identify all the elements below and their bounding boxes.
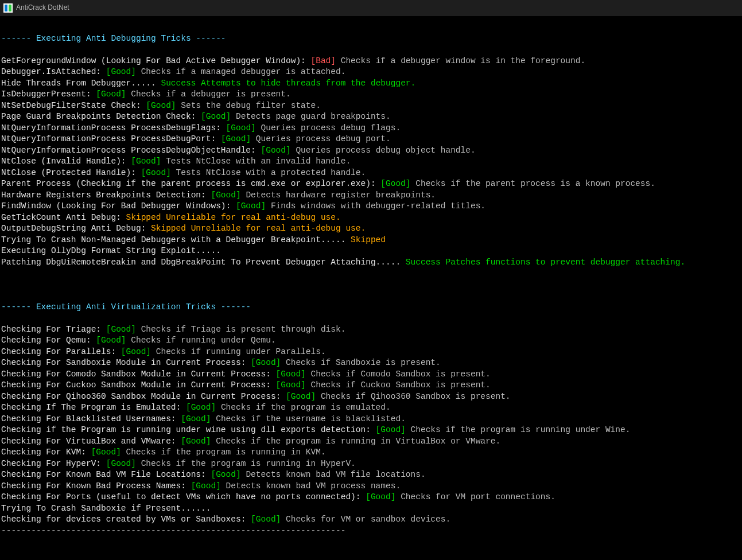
check-line: IsDebuggerPresent: [Good] Checks if a de…	[1, 89, 741, 100]
check-line: Checking For Cuckoo Sandbox Module in Cu…	[1, 380, 741, 391]
check-line: Checking For KVM: [Good] Checks if the p…	[1, 447, 741, 458]
check-label: Checking For VirtualBox and VMware:	[1, 437, 181, 446]
check-label: Checking If The Program is Emulated:	[1, 403, 186, 412]
check-label: Checking For Qemu:	[1, 336, 96, 345]
check-status: [Good]	[376, 425, 411, 434]
check-label: OutputDebugString Anti Debug:	[1, 224, 151, 233]
check-status: Success	[161, 79, 201, 88]
check-status: [Good]	[201, 112, 236, 121]
check-line: Patching DbgUiRemoteBreakin and DbgBreak…	[1, 257, 741, 269]
check-description: Detects known bad VM file locations.	[246, 470, 425, 479]
check-status: [Good]	[191, 481, 226, 491]
check-label: GetTickCount Anti Debug:	[1, 213, 126, 222]
check-label: Trying To Crash Non-Managed Debuggers wi…	[1, 235, 351, 244]
check-description: Checks for VM port connections.	[401, 492, 555, 501]
check-label: Checking if the Program is running under…	[1, 425, 376, 434]
check-line: Checking For Qemu: [Good] Checks if runn…	[1, 335, 741, 347]
check-status: [Good]	[226, 123, 261, 133]
check-description: Checks for VM or sandbox devices.	[286, 515, 450, 524]
check-description: Unreliable for real anti-debug use.	[191, 224, 366, 233]
check-status: [Good]	[276, 370, 311, 379]
check-status: [Good]	[121, 347, 156, 356]
check-description: Checks if Cuckoo Sandbox is present.	[311, 380, 491, 390]
check-description: Tests NtClose with an invalid handle.	[166, 157, 351, 166]
check-label: NtQueryInformationProcess ProcessDebugPo…	[1, 134, 221, 143]
check-line: Checking For Sandboxie Module in Current…	[1, 357, 741, 369]
check-label: FindWindow (Looking For Bad Debugger Win…	[1, 201, 236, 211]
check-status: [Good]	[106, 67, 141, 76]
empty-line	[1, 313, 741, 324]
check-label: Checking For Triage:	[1, 325, 106, 334]
check-description: Checks if Triage is present through disk…	[141, 325, 346, 334]
check-status: [Good]	[96, 336, 131, 345]
check-status: Skipped	[126, 213, 166, 222]
check-line: NtQueryInformationProcess ProcessDebugOb…	[1, 145, 741, 157]
check-status: [Good]	[96, 90, 131, 99]
check-label: Checking For Known Bad VM File Locations…	[1, 470, 211, 479]
check-status: [Good]	[380, 179, 415, 188]
check-label: NtSetDebugFilterState Check:	[1, 101, 146, 110]
check-description: Checks if Qihoo360 Sandbox is present.	[321, 392, 511, 401]
console-output: ------ Executing Anti Debugging Tricks -…	[0, 16, 742, 538]
check-description: Checks if running under Parallels.	[156, 347, 326, 356]
check-description: Attempts to hide threads from the debugg…	[201, 79, 415, 88]
check-description: Checks if a debugger window is in the fo…	[341, 56, 585, 65]
check-description: Checks if the program is running in KVM.	[126, 448, 326, 457]
empty-line	[1, 279, 741, 291]
section-header: ------ Executing Anti Debugging Tricks -…	[1, 33, 741, 45]
check-label: NtClose (Protected Handle):	[1, 168, 141, 177]
check-description: Detects known bad VM process names.	[226, 481, 401, 491]
check-line: Checking For HyperV: [Good] Checks if th…	[1, 458, 741, 470]
check-status: [Good]	[186, 403, 221, 412]
check-status: [Good]	[91, 448, 126, 457]
check-line: NtQueryInformationProcess ProcessDebugPo…	[1, 134, 741, 145]
check-line: NtQueryInformationProcess ProcessDebugFl…	[1, 123, 741, 134]
app-icon	[3, 3, 13, 13]
check-description: Checks if the program is running in Hype…	[141, 459, 356, 468]
check-description: Queries process debug object handle.	[296, 146, 475, 155]
check-label: Checking For Cuckoo Sandbox Module in Cu…	[1, 380, 276, 390]
check-description: Finds windows with debugger-related titl…	[271, 201, 485, 211]
check-description: Tests NtClose with a protected handle.	[176, 168, 366, 177]
check-line: Checking For Qihoo360 Sandbox Module in …	[1, 391, 741, 403]
check-status: [Good]	[181, 414, 216, 423]
check-description: Checks if the username is blacklisted.	[216, 414, 406, 423]
check-line: NtClose (Invalid Handle): [Good] Tests N…	[1, 156, 741, 168]
check-status: Skipped	[351, 235, 386, 244]
check-line: Checking For Ports (useful to detect VMs…	[1, 492, 741, 503]
check-description: Queries process debug port.	[256, 134, 391, 143]
check-label: Patching DbgUiRemoteBreakin and DbgBreak…	[1, 258, 406, 267]
check-status: [Good]	[276, 380, 311, 390]
empty-line	[1, 268, 741, 279]
check-line: Checking For Parallels: [Good] Checks if…	[1, 347, 741, 358]
check-description: Checks if a debugger is present.	[131, 90, 290, 99]
check-description: Patches functions to prevent debugger at…	[445, 258, 685, 267]
check-line: Hide Threads From Debugger..... Success …	[1, 78, 741, 90]
check-line: Checking For VirtualBox and VMware: [Goo…	[1, 436, 741, 448]
empty-line	[1, 22, 741, 33]
check-line: OutputDebugString Anti Debug: Skipped Un…	[1, 223, 741, 235]
check-description: Checks if Comodo Sandbox is present.	[311, 370, 491, 379]
check-label: Checking For HyperV:	[1, 459, 106, 468]
check-description: Checks if the parent process is a known …	[415, 179, 655, 188]
empty-line	[1, 44, 741, 56]
check-line: NtSetDebugFilterState Check: [Good] Sets…	[1, 100, 741, 112]
check-label: Checking For Known Bad Process Names:	[1, 481, 191, 491]
check-line: Parent Process (Checking if the parent p…	[1, 178, 741, 190]
check-line: Hardware Registers Breakpoints Detection…	[1, 190, 741, 201]
check-line: Trying To Crash Sandboxie if Present....…	[1, 503, 741, 515]
titlebar[interactable]: AntiCrack DotNet	[0, 0, 742, 16]
divider-line: ----------------------------------------…	[1, 526, 741, 537]
check-label: Parent Process (Checking if the parent p…	[1, 179, 380, 188]
check-label: Checking For Comodo Sandbox Module in Cu…	[1, 370, 276, 379]
check-status: [Good]	[211, 470, 246, 479]
check-label: Checking For Ports (useful to detect VMs…	[1, 492, 366, 501]
check-line: GetTickCount Anti Debug: Skipped Unrelia…	[1, 212, 741, 224]
check-line: Checking For Blacklisted Usernames: [Goo…	[1, 414, 741, 425]
check-status: [Good]	[211, 190, 246, 200]
check-label: NtClose (Invalid Handle):	[1, 157, 131, 166]
check-status: [Good]	[106, 459, 141, 468]
check-label: Executing OllyDbg Format String Exploit.…	[1, 246, 221, 255]
check-description: Checks if Sandboxie is present.	[286, 358, 441, 367]
check-label: Checking For Parallels:	[1, 347, 121, 356]
